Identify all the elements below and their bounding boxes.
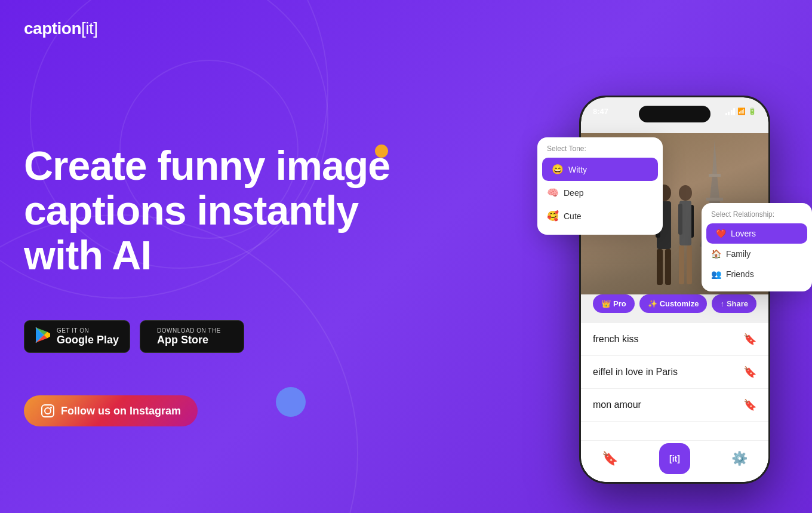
svg-marker-3 (712, 139, 717, 175)
caption-item-3[interactable]: mon amour 🔖 (581, 389, 768, 422)
google-play-text: GET IT ON Google Play (57, 327, 119, 346)
bookmark-icon-1[interactable]: 🔖 (743, 333, 756, 346)
svg-point-2 (50, 407, 52, 408)
hero-section: Create funny image captions instantly wi… (24, 143, 394, 277)
svg-rect-14 (657, 249, 663, 285)
tone-option-witty[interactable]: 😄 Witty (542, 158, 658, 181)
phone-status-bar: 8:47 📶 🔋 (581, 107, 768, 116)
share-label: Share (727, 299, 748, 308)
svg-point-16 (679, 185, 692, 201)
pro-label: Pro (613, 299, 626, 308)
tone-selection-card: Select Tone: 😄 Witty 🧠 Deep 🥰 Cute (537, 137, 663, 235)
pro-button[interactable]: 👑 Pro (593, 294, 635, 313)
tone-option-deep[interactable]: 🧠 Deep (537, 181, 663, 204)
friends-emoji: 👥 (711, 269, 721, 279)
tone-option-cute[interactable]: 🥰 Cute (537, 204, 663, 228)
hero-title: Create funny image captions instantly wi… (24, 143, 394, 277)
phone-action-buttons: 👑 Pro ✨ Customize ↑ Share (581, 294, 768, 313)
relationship-selection-card: Select Relationship: ❤️ Lovers 🏠 Family … (702, 203, 812, 291)
family-label: Family (726, 249, 751, 259)
caption-text-2: eiffel in love in Paris (593, 367, 678, 377)
share-button[interactable]: ↑ Share (712, 294, 756, 313)
google-play-icon (35, 327, 51, 346)
relationship-card-label: Select Relationship: (702, 210, 812, 223)
google-play-small-text: GET IT ON (57, 327, 119, 334)
customize-button[interactable]: ✨ Customize (639, 294, 708, 313)
google-play-big-text: Google Play (57, 334, 119, 346)
friends-label: Friends (726, 269, 754, 279)
bookmark-icon-2[interactable]: 🔖 (743, 365, 756, 379)
cute-emoji: 🥰 (547, 210, 559, 222)
svg-rect-0 (42, 405, 54, 417)
captions-list: french kiss 🔖 eiffel in love in Paris 🔖 … (581, 323, 768, 482)
bookmark-icon-3[interactable]: 🔖 (743, 398, 756, 411)
rel-option-family[interactable]: 🏠 Family (702, 244, 812, 264)
lovers-emoji: ❤️ (716, 229, 726, 238)
witty-emoji: 😄 (552, 164, 564, 175)
app-store-big-text: App Store (157, 334, 221, 346)
lovers-label: Lovers (731, 229, 756, 238)
witty-label: Witty (568, 165, 587, 174)
wifi-icon: 📶 (737, 107, 746, 115)
caption-text-1: french kiss (593, 334, 638, 345)
bookmarks-nav-icon[interactable]: 🔖 (602, 451, 618, 466)
instagram-label: Follow us on Instagram (61, 405, 181, 417)
phone-mockup-container: Select Tone: 😄 Witty 🧠 Deep 🥰 Cute 8:47 (561, 48, 788, 502)
logo: caption[it] (24, 19, 98, 38)
logo-text: caption (24, 19, 81, 38)
app-store-small-text: Download on the (157, 327, 221, 334)
app-store-text: Download on the App Store (157, 327, 221, 346)
instagram-button[interactable]: Follow us on Instagram (24, 395, 198, 426)
rel-option-lovers[interactable]: ❤️ Lovers (706, 223, 807, 244)
google-play-button[interactable]: GET IT ON Google Play (24, 320, 130, 353)
svg-marker-4 (710, 175, 719, 199)
svg-rect-7 (709, 174, 721, 177)
caption-item-1[interactable]: french kiss 🔖 (581, 323, 768, 356)
svg-rect-20 (687, 245, 692, 284)
phone-status-icons: 📶 🔋 (725, 107, 757, 115)
store-buttons-group: GET IT ON Google Play Download on the Ap… (24, 320, 244, 353)
signal-bar-3 (731, 110, 733, 115)
svg-rect-15 (665, 249, 671, 285)
deep-label: Deep (564, 188, 583, 198)
svg-point-1 (45, 408, 51, 414)
header: caption[it] (24, 19, 98, 38)
svg-rect-19 (679, 245, 684, 284)
settings-nav-icon[interactable]: ⚙️ (731, 451, 748, 466)
logo-center-text: [it] (669, 454, 680, 463)
family-emoji: 🏠 (711, 249, 721, 259)
svg-rect-18 (678, 204, 682, 235)
customize-label: Customize (660, 299, 699, 308)
signal-bar-2 (728, 112, 730, 115)
blue-dot-decoration (276, 387, 306, 417)
logo-center-button[interactable]: [it] (659, 443, 690, 474)
share-icon: ↑ (720, 299, 724, 308)
phone-time: 8:47 (593, 107, 608, 116)
app-store-button[interactable]: Download on the App Store (140, 320, 244, 353)
phone-bottom-nav: 🔖 [it] ⚙️ (581, 440, 768, 482)
customize-icon: ✨ (648, 299, 657, 308)
tone-card-label: Select Tone: (537, 145, 663, 158)
deep-emoji: 🧠 (547, 187, 559, 198)
signal-bars (725, 108, 736, 115)
instagram-icon (41, 404, 55, 418)
signal-bar-4 (733, 108, 735, 115)
rel-option-friends[interactable]: 👥 Friends (702, 264, 812, 284)
caption-text-3: mon amour (593, 400, 641, 410)
logo-bracket: [it] (81, 19, 98, 38)
crown-icon: 👑 (601, 299, 611, 308)
battery-icon: 🔋 (748, 107, 756, 115)
signal-bar-1 (725, 113, 727, 115)
cute-label: Cute (564, 211, 582, 221)
caption-item-2[interactable]: eiffel in love in Paris 🔖 (581, 356, 768, 389)
